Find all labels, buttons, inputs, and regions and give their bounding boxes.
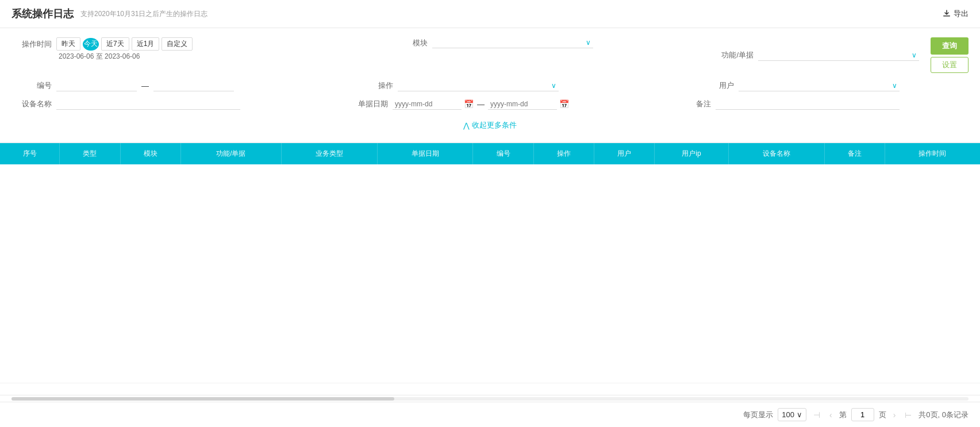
- collapse-button[interactable]: ⋀ 收起更多条件: [463, 120, 517, 130]
- scrollbar-track: [11, 397, 969, 401]
- table-header: 序号 类型 模块 功能/单据 业务类型 单据日期 编号 操作 用户 用户ip 设…: [0, 143, 980, 164]
- collapse-label: 收起更多条件: [472, 120, 517, 130]
- collapse-row: ⋀ 收起更多条件: [11, 117, 969, 133]
- empty-row: [0, 164, 980, 383]
- page-unit: 页: [879, 410, 886, 420]
- user-select[interactable]: ∨: [739, 80, 900, 91]
- next-page-btn[interactable]: ›: [891, 409, 898, 421]
- col-remark: 备注: [824, 143, 885, 164]
- operation-select[interactable]: ∨: [398, 80, 559, 91]
- per-page-label: 每页显示: [743, 410, 773, 420]
- date-separator: —: [477, 100, 485, 109]
- number-label: 编号: [11, 80, 52, 91]
- svg-rect-0: [943, 16, 950, 17]
- settings-button[interactable]: 设置: [931, 57, 969, 73]
- export-icon: [942, 9, 951, 18]
- date-end-input[interactable]: [488, 99, 557, 110]
- feature-label: 功能/单据: [708, 50, 754, 60]
- col-device: 设备名称: [729, 143, 825, 164]
- page-title: 系统操作日志: [11, 7, 74, 21]
- total-info: 共0页, 0条记录: [918, 410, 969, 420]
- remark-input[interactable]: [716, 98, 900, 110]
- col-optime: 操作时间: [885, 143, 980, 164]
- page-label: 第: [839, 410, 847, 420]
- user-label: 用户: [694, 80, 734, 91]
- last-page-btn[interactable]: ⊢: [902, 409, 914, 421]
- col-feature: 功能/单据: [180, 143, 281, 164]
- data-table: 序号 类型 模块 功能/单据 业务类型 单据日期 编号 操作 用户 用户ip 设…: [0, 143, 980, 383]
- filter-row-2: 编号 — 操作 ∨ 用户 ∨: [11, 80, 969, 91]
- col-module: 模块: [120, 143, 180, 164]
- custom-btn[interactable]: 自定义: [162, 37, 193, 51]
- feature-select-arrow: ∨: [912, 51, 917, 59]
- device-label: 设备名称: [11, 99, 52, 109]
- today-btn[interactable]: 今天: [83, 38, 99, 51]
- page-container: 系统操作日志 支持2020年10月31日之后产生的操作日志 导出 操作时间 昨天…: [0, 0, 980, 427]
- col-type: 类型: [60, 143, 120, 164]
- export-button[interactable]: 导出: [942, 9, 969, 19]
- feature-select[interactable]: ∨: [758, 50, 919, 61]
- yesterday-btn[interactable]: 昨天: [56, 37, 80, 51]
- remark-label: 备注: [671, 99, 711, 109]
- action-buttons: 查询 设置: [931, 37, 969, 73]
- last7-btn[interactable]: 近7天: [101, 37, 129, 51]
- calendar-start-icon[interactable]: 📅: [464, 99, 474, 109]
- col-date: 单据日期: [377, 143, 473, 164]
- operation-label: 操作: [353, 80, 393, 91]
- page-subtitle: 支持2020年10月31日之后产生的操作日志: [80, 9, 207, 19]
- calendar-end-icon[interactable]: 📅: [559, 99, 569, 109]
- per-page-arrow: ∨: [797, 410, 802, 419]
- number-dash: —: [141, 82, 149, 90]
- col-seq: 序号: [0, 143, 60, 164]
- col-userip: 用户ip: [654, 143, 728, 164]
- col-user: 用户: [594, 143, 654, 164]
- filter-row-3: 设备名称 单据日期 📅 — 📅 备注: [11, 98, 969, 110]
- table-section: 序号 类型 模块 功能/单据 业务类型 单据日期 编号 操作 用户 用户ip 设…: [0, 143, 980, 395]
- col-number: 编号: [473, 143, 533, 164]
- time-label: 操作时间: [11, 39, 52, 49]
- scrollbar-area: [0, 395, 980, 402]
- operation-select-arrow: ∨: [551, 82, 556, 90]
- prev-page-btn[interactable]: ‹: [827, 409, 835, 421]
- export-label: 导出: [954, 9, 969, 19]
- per-page-value: 100: [782, 410, 794, 419]
- scrollbar-thumb[interactable]: [11, 397, 394, 401]
- number-input-start[interactable]: [56, 80, 137, 91]
- module-select[interactable]: ∨: [432, 37, 593, 48]
- col-biztype: 业务类型: [281, 143, 377, 164]
- collapse-up-icon: ⋀: [463, 121, 470, 130]
- per-page-select[interactable]: 100 ∨: [778, 408, 806, 421]
- col-operation: 操作: [533, 143, 594, 164]
- first-page-btn[interactable]: ⊣: [811, 409, 823, 421]
- pagination-bar: 每页显示 100 ∨ ⊣ ‹ 第 页 › ⊢ 共0页, 0条记录: [0, 402, 980, 427]
- filter-section: 操作时间 昨天 今天 近7天 近1月 自定义 2023-06-06 至 2023…: [0, 28, 980, 142]
- number-input-end[interactable]: [153, 80, 234, 91]
- user-select-arrow: ∨: [892, 82, 897, 90]
- table-header-row: 序号 类型 模块 功能/单据 业务类型 单据日期 编号 操作 用户 用户ip 设…: [0, 143, 980, 164]
- time-filter-group: 昨天 今天 近7天 近1月 自定义: [56, 37, 193, 51]
- module-select-arrow: ∨: [586, 39, 591, 47]
- device-input[interactable]: [56, 98, 240, 110]
- module-label: 模块: [387, 38, 428, 48]
- date-start-input[interactable]: [393, 99, 462, 110]
- filter-row-1: 操作时间 昨天 今天 近7天 近1月 自定义 2023-06-06 至 2023…: [11, 37, 969, 73]
- last1m-btn[interactable]: 近1月: [132, 37, 160, 51]
- date-label: 单据日期: [342, 99, 388, 109]
- time-range-display: 2023-06-06 至 2023-06-06: [59, 52, 140, 60]
- empty-area: [0, 164, 980, 383]
- page-header: 系统操作日志 支持2020年10月31日之后产生的操作日志 导出: [0, 0, 980, 28]
- page-input[interactable]: [851, 408, 874, 421]
- query-button[interactable]: 查询: [931, 37, 969, 55]
- table-body: [0, 164, 980, 383]
